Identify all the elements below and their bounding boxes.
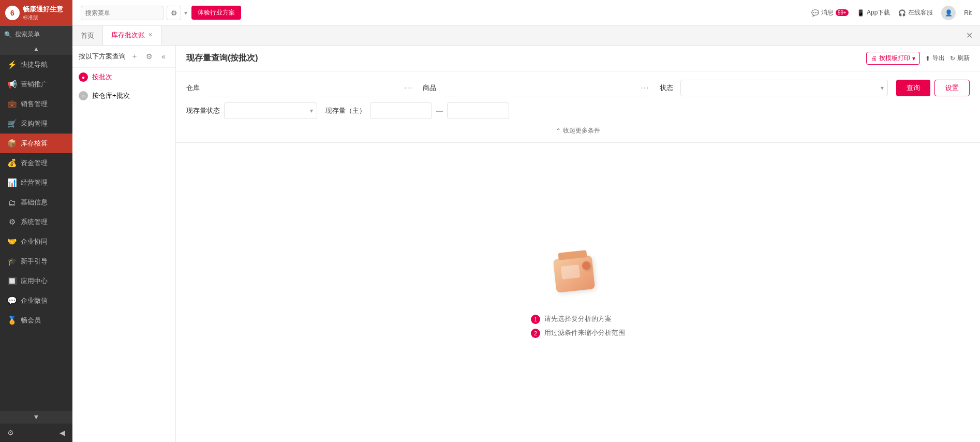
empty-tips: 1 请先选择要分析的方案 2 用过滤条件来缩小分析范围: [531, 314, 625, 338]
scheme-item-batch[interactable]: ● 按批次: [72, 68, 175, 86]
tip-num-2: 2: [531, 329, 540, 338]
empty-tip-1: 1 请先选择要分析的方案: [531, 314, 625, 324]
collapse-bar[interactable]: ⌃ 收起更多条件: [186, 123, 970, 138]
sidebar-item-inventory[interactable]: 📦 库存核算: [0, 134, 72, 153]
tip-text-1: 请先选择要分析的方案: [544, 314, 612, 323]
print-dropdown-icon: ▾: [912, 55, 915, 62]
topbar-dropdown-icon[interactable]: ▾: [184, 9, 187, 17]
headset-icon: 🎧: [898, 9, 906, 17]
filter-goods: 商品 ···: [423, 80, 651, 96]
refresh-icon: ↻: [950, 55, 955, 62]
add-scheme-btn[interactable]: ＋: [129, 51, 140, 62]
purchase-icon: 🛒: [7, 119, 17, 128]
sidebar-item-label: 企业微信: [21, 296, 48, 305]
sidebar-item-cooperation[interactable]: 🤝 企业协同: [0, 232, 72, 252]
print-label: 按模板打印: [879, 54, 910, 63]
enterprise-wechat-icon: 💬: [7, 296, 17, 305]
sidebar-scroll-down[interactable]: ▼: [0, 411, 72, 423]
stock-status-select[interactable]: [224, 102, 317, 119]
set-button[interactable]: 设置: [934, 80, 970, 96]
sidebar-search[interactable]: 🔍 搜索菜单: [0, 26, 72, 43]
warehouse-input[interactable]: [207, 80, 414, 96]
goods-label: 商品: [423, 83, 443, 93]
tab-inventory-batch[interactable]: 库存批次账 ✕: [103, 26, 161, 45]
topbar-left: ⚙ ▾ 体验行业方案: [81, 6, 806, 20]
sidebar-item-quick-nav[interactable]: ⚡ 快捷导航: [0, 55, 72, 75]
sidebar-item-enterprise-wechat[interactable]: 💬 企业微信: [0, 291, 72, 311]
settings-scheme-btn[interactable]: ⚙: [143, 51, 155, 62]
stock-qty-label: 现存量（主）: [325, 106, 366, 115]
export-btn[interactable]: ⬆ 导出: [925, 54, 945, 63]
filter-warehouse: 仓库 ···: [186, 80, 414, 96]
user-avatar[interactable]: 👤: [941, 6, 956, 20]
sidebar-item-system[interactable]: ⚙ 系统管理: [0, 212, 72, 232]
query-button[interactable]: 查询: [896, 80, 930, 96]
sidebar-item-label: 经营管理: [21, 178, 48, 187]
tab-close-icon[interactable]: ✕: [148, 32, 153, 38]
collapse-left-panel-btn[interactable]: «: [158, 51, 169, 62]
message-item[interactable]: 💬 消息 99+: [811, 8, 849, 17]
sidebar-nav: ⚡ 快捷导航 📢 营销推广 💼 销售管理 🛒 采购管理 📦 库存核算 💰 资金管…: [0, 55, 72, 411]
filter-stock-qty: 现存量（主） —: [325, 102, 509, 119]
goods-input-wrap: ···: [443, 80, 651, 96]
print-btn[interactable]: 🖨 按模板打印 ▾: [866, 52, 920, 65]
sidebar-item-newbie[interactable]: 🎓 新手引导: [0, 252, 72, 271]
stock-qty-dash: —: [436, 107, 443, 115]
refresh-label: 刷新: [957, 54, 970, 63]
topbar-search-area: ⚙ ▾: [81, 6, 187, 20]
scheme-active-icon: ●: [79, 72, 88, 82]
sidebar-item-marketing[interactable]: 📢 营销推广: [0, 75, 72, 94]
page-header-actions: 🖨 按模板打印 ▾ ⬆ 导出 ↻ 刷新: [866, 52, 970, 65]
search-icon: 🔍: [4, 31, 12, 38]
app-title-block: 畅康通好生意 标准版: [23, 5, 63, 21]
tab-home[interactable]: 首页: [72, 26, 103, 45]
left-panel-actions: ＋ ⚙ «: [129, 51, 169, 62]
sidebar-scroll-up[interactable]: ▲: [0, 43, 72, 55]
filter-row-1: 仓库 ··· 商品 ··· 状态: [186, 80, 970, 96]
sidebar-header: 6 畅康通好生意 标准版: [0, 0, 72, 26]
scheme-label-batch: 按批次: [92, 72, 112, 82]
sidebar-item-label: 营销推广: [21, 80, 48, 89]
basic-info-icon: 🗂: [7, 198, 17, 207]
inventory-icon: 📦: [7, 139, 17, 148]
sidebar-item-label: 资金管理: [21, 158, 48, 168]
stock-qty-from[interactable]: [370, 102, 432, 119]
scheme-item-warehouse-batch[interactable]: ○ 按仓库+批次: [72, 86, 175, 105]
sidebar-item-purchase[interactable]: 🛒 采购管理: [0, 114, 72, 134]
settings-icon[interactable]: ⚙: [7, 429, 14, 437]
topbar-gear-btn[interactable]: ⚙: [167, 6, 181, 20]
sidebar-item-label: 系统管理: [21, 217, 48, 227]
topbar-right: 💬 消息 99+ 📱 App下载 🎧 在线客服 👤 Rit: [811, 6, 972, 20]
sidebar-item-management[interactable]: 📊 经营管理: [0, 173, 72, 193]
tab-bar-close-btn[interactable]: ✕: [959, 31, 980, 40]
tab-inventory-batch-label: 库存批次账: [111, 31, 145, 40]
goods-input[interactable]: [443, 80, 651, 96]
empty-inner: 1 请先选择要分析的方案 2 用过滤条件来缩小分析范围: [531, 247, 625, 338]
sidebar-item-label: 库存核算: [21, 139, 48, 148]
experience-btn[interactable]: 体验行业方案: [191, 6, 241, 20]
gear-icon: ⚙: [171, 9, 177, 17]
status-select[interactable]: [680, 80, 888, 96]
topbar-search-input[interactable]: [81, 6, 164, 20]
sidebar-item-sales[interactable]: 💼 销售管理: [0, 94, 72, 114]
refresh-btn[interactable]: ↻ 刷新: [950, 54, 970, 63]
sidebar-item-finance[interactable]: 💰 资金管理: [0, 153, 72, 173]
app-download-item[interactable]: 📱 App下载: [857, 8, 890, 17]
tip-num-1: 1: [531, 315, 540, 324]
warehouse-more-icon[interactable]: ···: [404, 83, 412, 93]
sidebar-item-app-center[interactable]: 🔲 应用中心: [0, 271, 72, 291]
stock-status-label: 现存量状态: [186, 106, 220, 115]
finance-icon: 💰: [7, 158, 17, 168]
user-name: Rit: [964, 9, 972, 17]
goods-more-icon[interactable]: ···: [641, 83, 649, 93]
quick-nav-icon: ⚡: [7, 60, 17, 69]
sidebar-item-basic-info[interactable]: 🗂 基础信息: [0, 193, 72, 212]
page-header: 现存量查询(按批次) 🖨 按模板打印 ▾ ⬆ 导出 ↻ 刷新: [176, 46, 980, 71]
tip-text-2: 用过滤条件来缩小分析范围: [544, 328, 625, 337]
sidebar-item-label: 采购管理: [21, 119, 48, 128]
stock-qty-to[interactable]: [447, 102, 509, 119]
sidebar-item-member[interactable]: 🏅 畅会员: [0, 311, 72, 330]
tab-bar: 首页 库存批次账 ✕ ✕: [72, 26, 980, 46]
online-service-item[interactable]: 🎧 在线客服: [898, 8, 933, 17]
collapse-sidebar-icon[interactable]: ◀: [60, 429, 65, 437]
